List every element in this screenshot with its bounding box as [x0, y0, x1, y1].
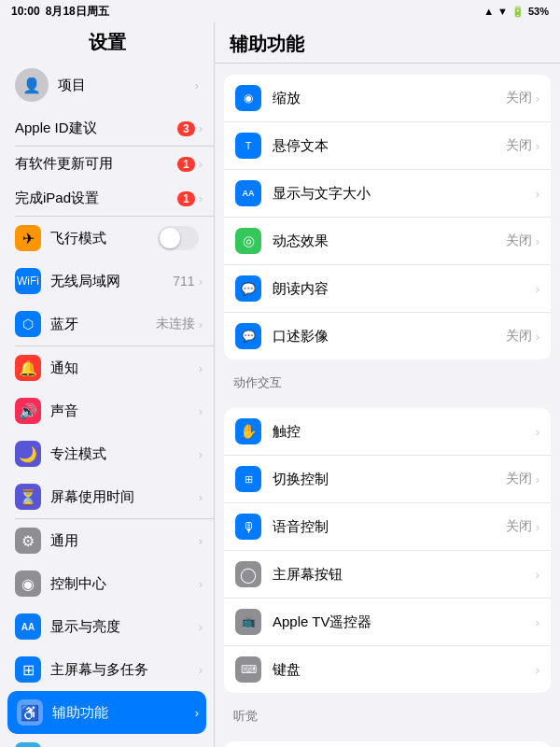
sidebar-item-software-update[interactable]: 有软件更新可用 1 ›	[0, 147, 214, 181]
sidebar-item-general[interactable]: ⚙ 通用 ›	[0, 519, 214, 562]
row-keyboard[interactable]: ⌨ 键盘 ›	[224, 646, 551, 693]
sidebar: 设置 👤 项目 › Apple ID建议 3 › 有软件更新可用 1 › 完成i…	[0, 22, 215, 747]
chevron-icon: ›	[536, 234, 539, 248]
sidebar-item-sound[interactable]: 🔊 声音 ›	[0, 389, 214, 432]
row-audio-desc[interactable]: 💬 口述影像 关闭 ›	[224, 313, 551, 359]
sidebar-item-wallpaper[interactable]: 🌸 墙纸 ›	[0, 734, 214, 747]
chevron-icon: ›	[536, 615, 539, 629]
row-motion[interactable]: ◎ 动态效果 关闭 ›	[224, 218, 551, 265]
airplane-toggle[interactable]	[158, 226, 199, 250]
row-hearing-devices[interactable]: 🎧 助听设备 ›	[224, 741, 551, 747]
battery-icon: 🔋	[511, 6, 525, 18]
sidebar-item-focus[interactable]: 🌙 专注模式 ›	[0, 432, 214, 475]
control-center-icon: ◉	[15, 571, 41, 597]
row-hover-text[interactable]: T 悬停文本 关闭 ›	[224, 122, 551, 170]
switch-control-icon: ⊞	[235, 466, 261, 492]
row-switch-control[interactable]: ⊞ 切换控制 关闭 ›	[224, 456, 551, 503]
badge-software: 1	[177, 157, 195, 172]
chevron-icon: ›	[199, 534, 203, 548]
sidebar-title: 设置	[0, 22, 214, 59]
section-hearing: 🎧 助听设备 › 🔊 声音识别 关闭 › 👁 音频/视觉 › CC 字幕与隐藏式…	[224, 741, 551, 747]
sidebar-item-apple-id[interactable]: Apple ID建议 3 ›	[0, 111, 214, 146]
wifi-icon: ▲	[483, 6, 494, 17]
row-apple-tv[interactable]: 📺 Apple TV遥控器 ›	[224, 599, 551, 646]
sound-icon: 🔊	[15, 398, 41, 424]
motion-icon: ◎	[235, 228, 261, 254]
display-text-icon: AA	[235, 180, 261, 206]
chevron-icon: ›	[536, 520, 539, 534]
audio-desc-icon: 💬	[235, 323, 261, 349]
sidebar-item-ipad-setup[interactable]: 完成iPad设置 1 ›	[0, 181, 214, 216]
row-voice-control[interactable]: 🎙 语音控制 关闭 ›	[224, 503, 551, 551]
chevron-icon: ›	[536, 425, 539, 439]
row-home-button[interactable]: ◯ 主屏幕按钮 ›	[224, 551, 551, 599]
chevron-icon: ›	[195, 706, 199, 720]
status-date: 8月18日周五	[46, 4, 109, 20]
section-header-hearing: 听觉	[215, 693, 560, 730]
panel-title: 辅助功能	[215, 22, 560, 63]
chevron-icon: ›	[199, 620, 203, 634]
chevron-icon: ›	[199, 317, 203, 331]
focus-icon: 🌙	[15, 441, 41, 467]
airplane-icon: ✈	[15, 225, 41, 251]
voice-control-icon: 🎙	[235, 514, 261, 540]
sidebar-item-screen-time[interactable]: ⏳ 屏幕使用时间 ›	[0, 475, 214, 518]
keyboard-icon: ⌨	[235, 656, 261, 683]
main-content: 设置 👤 项目 › Apple ID建议 3 › 有软件更新可用 1 › 完成i…	[0, 22, 560, 747]
avatar: 👤	[15, 68, 49, 102]
chevron-icon: ›	[536, 663, 539, 677]
touch-icon: ✋	[235, 418, 261, 444]
sidebar-item-notification[interactable]: 🔔 通知 ›	[0, 346, 214, 389]
row-touch[interactable]: ✋ 触控 ›	[224, 408, 551, 456]
battery-percent: 53%	[528, 6, 549, 17]
chevron-icon: ›	[199, 404, 203, 418]
accessibility-icon: ♿	[17, 699, 43, 726]
screen-time-icon: ⏳	[15, 484, 41, 510]
wallpaper-icon: 🌸	[15, 742, 41, 747]
section-interaction: ✋ 触控 › ⊞ 切换控制 关闭 › 🎙 语音控制 关闭 › ◯ 主屏幕按钮 ›	[224, 408, 551, 693]
sidebar-item-accessibility[interactable]: ♿ 辅助功能 ›	[7, 691, 206, 734]
row-zoom[interactable]: ◉ 缩放 关闭 ›	[224, 75, 551, 122]
chevron-icon: ›	[536, 92, 539, 106]
display-icon: AA	[15, 613, 41, 640]
chevron-icon: ›	[199, 490, 203, 504]
sidebar-item-homescreen[interactable]: ⊞ 主屏幕与多任务 ›	[0, 648, 214, 691]
chevron-icon: ›	[536, 568, 539, 582]
sidebar-item-display[interactable]: AA 显示与亮度 ›	[0, 605, 214, 648]
chevron-icon: ›	[195, 78, 199, 92]
hover-text-icon: T	[235, 133, 261, 159]
spoken-icon: 💬	[235, 275, 261, 302]
row-spoken[interactable]: 💬 朗读内容 ›	[224, 265, 551, 313]
wifi-icon: WiFi	[15, 268, 41, 294]
section-vision: ◉ 缩放 关闭 › T 悬停文本 关闭 › AA 显示与文字大小 › ◎ 动态效…	[224, 75, 551, 359]
chevron-icon: ›	[199, 663, 203, 677]
zoom-icon: ◉	[235, 85, 261, 111]
notification-icon: 🔔	[15, 355, 41, 381]
sidebar-item-airplane[interactable]: ✈ 飞行模式	[0, 217, 214, 260]
chevron-icon: ›	[536, 282, 539, 296]
chevron-icon: ›	[536, 139, 539, 153]
badge-apple-id: 3	[177, 121, 195, 136]
sidebar-item-wifi[interactable]: WiFi 无线局域网 711 ›	[0, 260, 214, 303]
signal-icon: ▼	[497, 6, 508, 17]
chevron-icon: ›	[199, 447, 203, 461]
apple-tv-icon: 📺	[235, 609, 261, 635]
chevron-icon: ›	[199, 157, 203, 171]
chevron-icon: ›	[199, 275, 203, 289]
section-header-interaction: 动作交互	[215, 359, 560, 397]
sidebar-item-bluetooth[interactable]: ⬡ 蓝牙 未连接 ›	[0, 303, 214, 345]
chevron-icon: ›	[199, 361, 203, 375]
row-display-text[interactable]: AA 显示与文字大小 ›	[224, 170, 551, 218]
chevron-icon: ›	[536, 187, 539, 201]
home-button-icon: ◯	[235, 561, 261, 587]
chevron-icon: ›	[199, 191, 203, 205]
sidebar-item-control-center[interactable]: ◉ 控制中心 ›	[0, 562, 214, 605]
project-label: 项目	[58, 77, 195, 94]
sidebar-item-project[interactable]: 👤 项目 ›	[0, 59, 214, 111]
chevron-icon: ›	[199, 577, 203, 591]
status-bar: 10:00 8月18日周五 ▲ ▼ 🔋 53%	[0, 0, 560, 22]
badge-ipad: 1	[177, 191, 195, 206]
chevron-icon: ›	[536, 330, 539, 344]
general-icon: ⚙	[15, 528, 41, 554]
status-time: 10:00	[11, 5, 40, 18]
